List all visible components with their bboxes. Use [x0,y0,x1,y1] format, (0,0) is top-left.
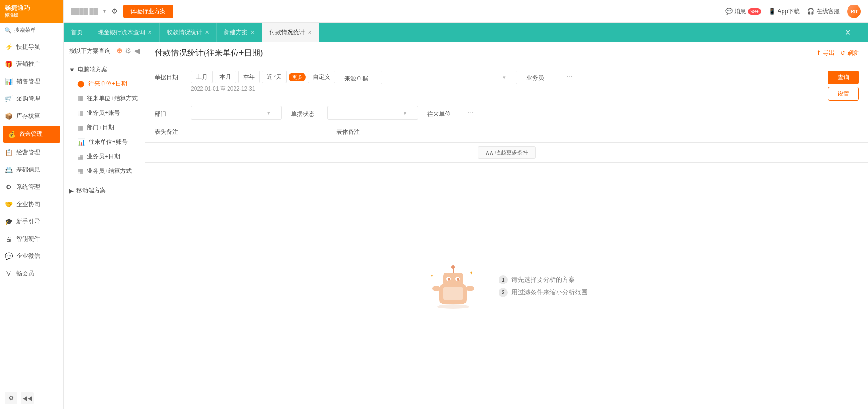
enterprise-icon: 🤝 [5,201,13,208]
member-icon: V [5,270,13,277]
export-label: 导出 [823,49,835,57]
scheme-settings-btn[interactable]: ⚙ [125,46,131,55]
sidebar-item-member[interactable]: V 畅会员 [0,265,63,282]
scheme-item-salesperson-settlement[interactable]: ▦ 业务员+结算方式 [64,164,145,178]
table-icon-4: ▦ [77,153,83,160]
user-avatar[interactable]: Rit [847,5,861,18]
sidebar-item-purchase[interactable]: 🛒 采购管理 [0,90,63,107]
scheme-item-counterpart-date[interactable]: ⬤ 往来单位+日期 [64,76,145,91]
salesperson-ellipsis[interactable]: ··· [563,71,576,82]
collapse-conditions-btn[interactable]: ∧∧ 收起更多条件 [478,146,536,159]
sidebar-item-inventory[interactable]: 📦 库存核算 [0,107,63,125]
scheme-item-dept-date[interactable]: ▦ 部门+日期 [64,120,145,135]
tab-expand-btn[interactable]: ⛶ [855,28,863,36]
trial-btn[interactable]: 体验行业方案 [123,5,173,18]
filter-settings-btn[interactable]: 设置 [828,87,859,101]
tab-home-label: 首页 [71,28,83,36]
refresh-btn[interactable]: ↺ 刷新 [840,49,859,57]
query-btn[interactable]: 查询 [828,71,859,84]
app-icon: 📱 [768,8,776,15]
sidebar-item-label: 库存核算 [16,112,40,120]
sidebar-item-smart-hw[interactable]: 🖨 智能硬件 [0,230,63,247]
message-icon: 💬 [725,8,733,15]
date-btn-last-month[interactable]: 上月 [191,71,213,83]
sidebar-collapse-btn[interactable]: ◀◀ [21,392,34,404]
finance-icon: 💰 [7,131,15,138]
source-select[interactable]: ▾ [381,71,517,84]
source-select-arrow: ▾ [503,74,506,81]
sidebar-item-basic-info[interactable]: 📇 基础信息 [0,161,63,178]
scheme-item-counterpart-account[interactable]: 📊 往来单位+账号 [64,135,145,149]
wechat-icon: 💬 [5,252,13,260]
sidebar-settings-btn[interactable]: ⚙ [5,392,17,404]
pc-scheme-title[interactable]: ▼ 电脑端方案 [64,63,145,76]
company-name: ████ ██ [71,8,98,15]
add-scheme-btn[interactable]: ⊕ [116,46,122,55]
tab-payment-stats-close[interactable]: ✕ [308,30,312,35]
date-btn-7days[interactable]: 近7天 [262,71,287,83]
tab-new-scheme[interactable]: 新建方案 ✕ [217,23,262,42]
svg-point-8 [451,265,455,269]
scheme-item-salesperson-account[interactable]: ▦ 业务员+账号 [64,106,145,120]
date-btn-custom[interactable]: 自定义 [308,71,335,83]
status-select[interactable]: ▾ [327,106,418,120]
online-service-btn[interactable]: 🎧 在线客服 [807,7,840,15]
tab-payment-stats-label: 付款情况统计 [269,28,305,36]
tab-new-scheme-close[interactable]: ✕ [250,30,254,35]
svg-text:✦: ✦ [469,270,474,276]
date-btn-this-year[interactable]: 本年 [238,71,260,83]
sidebar-item-sales[interactable]: 📊 销售管理 [0,73,63,90]
date-btn-this-month[interactable]: 本月 [215,71,236,83]
pc-scheme-label: 电脑端方案 [78,66,107,74]
panel-collapse-btn[interactable]: ◀ [134,46,140,55]
sidebar-item-label: 新手引导 [16,217,40,226]
mobile-scheme-title[interactable]: ▶ 移动端方案 [64,184,145,197]
purchase-icon: 🛒 [5,95,13,102]
tab-cash-flow[interactable]: 现金银行流水查询 ✕ [90,23,160,42]
sidebar-item-quick-nav[interactable]: ⚡ 快捷导航 [0,38,63,56]
tab-cash-flow-close[interactable]: ✕ [148,30,152,35]
search-icon: 🔍 [5,27,11,34]
date-filter-label: 单据日期 [155,71,191,81]
tab-payment-stats[interactable]: 付款情况统计 ✕ [262,23,319,42]
scheme-item-salesperson-date[interactable]: ▦ 业务员+日期 [64,149,145,164]
sidebar-item-operations[interactable]: 📋 经营管理 [0,144,63,161]
mobile-scheme-section: ▶ 移动端方案 [64,181,145,200]
tab-close-all-btn[interactable]: ✕ [845,28,851,37]
scheme-item-label: 业务员+结算方式 [87,167,132,175]
message-btn[interactable]: 💬 消息 99+ [725,7,761,15]
tab-receipt-stats[interactable]: 收款情况统计 ✕ [160,23,217,42]
dept-select[interactable]: ▾ [191,106,282,120]
tab-receipt-stats-close[interactable]: ✕ [205,30,209,35]
header-note-input[interactable] [191,125,318,136]
counterpart-ellipsis[interactable]: ··· [464,107,477,119]
filter-row-1: 单据日期 上月 本月 本年 近7天 更多 自定义 20 [155,71,859,101]
company-dropdown-arrow[interactable]: ▾ [103,8,106,15]
tab-receipt-stats-label: 收款情况统计 [167,28,202,36]
sidebar-item-label: 销售管理 [16,77,40,86]
scheme-item-counterpart-settlement[interactable]: ▦ 往来单位+结算方式 [64,91,145,106]
sidebar-item-enterprise[interactable]: 🤝 企业协同 [0,196,63,213]
sidebar-item-finance[interactable]: 💰 资金管理 [3,126,60,143]
body-note-input[interactable] [373,125,500,136]
page-title: 付款情况统计(往来单位+日期) [155,47,263,58]
svg-rect-9 [432,286,440,291]
scheme-item-label: 往来单位+账号 [89,138,128,146]
table-icon-2: ▦ [77,109,83,116]
basic-info-icon: 📇 [5,166,13,173]
filter-area: 单据日期 上月 本月 本年 近7天 更多 自定义 20 [145,64,868,143]
sidebar-item-guide[interactable]: 🎓 新手引导 [0,213,63,230]
empty-illustration: ✦ ✦ [426,263,480,309]
sidebar-item-marketing[interactable]: 🎁 营销推广 [0,56,63,73]
export-btn[interactable]: ⬆ 导出 [816,49,835,57]
sidebar-item-wechat[interactable]: 💬 企业微信 [0,247,63,265]
tab-home[interactable]: 首页 [64,23,90,42]
app-download-btn[interactable]: 📱 App下载 [768,7,800,15]
sidebar-item-system[interactable]: ⚙ 系统管理 [0,178,63,196]
refresh-label: 刷新 [847,49,859,57]
tab-new-scheme-label: 新建方案 [224,28,248,36]
topbar-gear-icon[interactable]: ⚙ [111,7,118,15]
search-menu[interactable]: 🔍 搜索菜单 [0,23,63,38]
date-more-badge[interactable]: 更多 [289,73,306,81]
hint-text-2: 用过滤条件来缩小分析范围 [511,288,588,297]
